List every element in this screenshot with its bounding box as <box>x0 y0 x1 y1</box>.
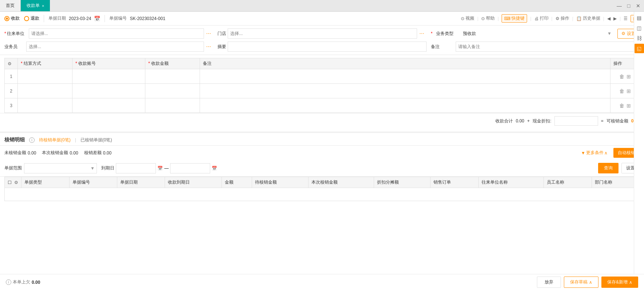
copy-row-1-btn[interactable]: ⊞ <box>627 74 631 79</box>
range-select[interactable] <box>24 163 97 173</box>
header-dept-name: 部门名称 <box>592 177 639 188</box>
calendar-icon[interactable]: 📅 <box>94 16 100 21</box>
biz-value: 预收款 <box>461 31 478 37</box>
account-cell-2[interactable] <box>72 84 145 98</box>
store-more-btn[interactable]: ··· <box>417 30 426 37</box>
window-maximize-btn[interactable]: □ <box>624 1 633 10</box>
tab-home-label: 首页 <box>6 3 15 9</box>
party-input[interactable] <box>29 28 204 39</box>
abandon-button[interactable]: 放弃 <box>537 277 561 288</box>
settlement-cell-1[interactable] <box>18 69 72 84</box>
calendar-from-icon[interactable]: 📅 <box>157 166 163 171</box>
chevron-up-icon: ∧ <box>604 150 608 156</box>
notes-input[interactable] <box>456 42 640 52</box>
biz-label: 业务类型 <box>436 31 458 37</box>
tab-receipt[interactable]: 收款单 × <box>21 0 50 11</box>
writeoff-title: 核销明细 <box>4 137 25 143</box>
bottom-table-settings-icon[interactable]: ⚙ <box>14 180 18 185</box>
query-button[interactable]: 查询 <box>598 163 619 173</box>
writeoff-info-icon[interactable]: i <box>29 137 35 143</box>
list-view-btn[interactable]: ☰ <box>624 16 628 21</box>
date-range-separator: — <box>164 166 169 171</box>
video-action[interactable]: ⊙ 视频 <box>461 15 474 21</box>
table-row: 2 🗑 ⊞ <box>5 84 640 98</box>
print-icon: 🖨 <box>534 16 539 21</box>
delete-row-2-btn[interactable]: 🗑 <box>619 88 624 94</box>
header-pending: 待核销金额 <box>252 177 309 188</box>
store-label: 门店 <box>217 31 228 37</box>
party-label: 往来单位 <box>7 31 29 37</box>
store-input[interactable] <box>228 28 417 39</box>
save-new-button[interactable]: 保存&新增 ∧ <box>601 277 638 288</box>
sidebar-doc-icon[interactable]: ◫ <box>635 23 644 33</box>
copy-row-2-btn[interactable]: ⊞ <box>627 88 631 94</box>
current-value: 0.00 <box>70 150 78 156</box>
summary-input[interactable] <box>228 42 426 52</box>
row-num-1: 1 <box>5 69 18 84</box>
table-gear-header[interactable]: ⚙ <box>5 58 18 69</box>
print-action[interactable]: 🖨 打印 <box>534 15 549 21</box>
unchecked-label: 未核销金额 <box>4 150 26 156</box>
copy-row-3-btn[interactable]: ⊞ <box>627 103 631 109</box>
next-record-btn[interactable]: ▶ <box>613 16 617 21</box>
draft-button[interactable]: 保存草稿 ∧ <box>564 277 598 288</box>
help-action[interactable]: ⊙ 帮助 <box>481 15 495 21</box>
table-settings-icon[interactable]: ⚙ <box>8 61 12 66</box>
notes-cell-1[interactable] <box>200 69 610 84</box>
window-minimize-btn[interactable]: — <box>615 1 624 10</box>
header-amount: 金额 <box>221 177 252 188</box>
radio-refund-dot <box>24 16 29 21</box>
checkbox-all[interactable]: ☐ <box>8 180 12 185</box>
delete-row-1-btn[interactable]: 🗑 <box>619 74 624 79</box>
staff-more-btn[interactable]: ··· <box>204 43 213 50</box>
draft-arrow-icon: ∧ <box>589 280 592 285</box>
discount-input[interactable] <box>554 116 598 126</box>
pending-tab[interactable]: 待核销单据(0笔) <box>39 137 71 143</box>
header-discount: 折扣分摊额 <box>374 177 431 188</box>
radio-receipt[interactable]: 收款 <box>4 15 20 21</box>
calendar-to-icon[interactable]: 📅 <box>212 166 217 171</box>
delete-row-3-btn[interactable]: 🗑 <box>619 103 624 109</box>
window-close-btn[interactable]: ✕ <box>634 1 643 10</box>
operations-icon: ⚙ <box>555 16 559 21</box>
tab-separator: | <box>75 137 76 142</box>
prev-record-btn[interactable]: ◀ <box>607 16 610 21</box>
party-required: * <box>4 31 6 36</box>
writeoff-table: ☐ ⚙ 单据类型 单据编号 单据日期 收款到期日 金额 待核销金额 本次核销金额… <box>4 177 640 201</box>
shortcut-action[interactable]: ⌨ 快捷键 <box>502 14 527 23</box>
date-to-input[interactable]: 2022-04-12 <box>170 163 210 173</box>
footer-info-icon[interactable]: i <box>6 279 11 285</box>
tab-receipt-label: 收款单 <box>27 3 40 9</box>
sidebar-table-icon[interactable]: ▤ <box>635 13 644 23</box>
row-num-3: 3 <box>5 98 18 113</box>
amount-cell-3[interactable] <box>145 98 200 113</box>
filter-icon: ▼ <box>581 150 585 156</box>
header-amount: * 收款金额 <box>145 58 200 69</box>
notes-cell-3[interactable] <box>200 98 610 113</box>
current-label: 本次核销金额 <box>42 150 68 156</box>
more-conditions-btn[interactable]: ▼ 更多条件 ∧ <box>581 150 608 156</box>
sidebar-expand-icon[interactable]: ◱ <box>635 44 644 53</box>
tab-home[interactable]: 首页 <box>0 0 21 11</box>
settlement-cell-3[interactable] <box>18 98 72 113</box>
right-sidebar: ▤ ◫ ⛓ ◱ <box>634 12 644 274</box>
notes-cell-2[interactable] <box>200 84 610 98</box>
history-action[interactable]: 📋 历史单据 <box>576 15 600 21</box>
tab-close-icon[interactable]: × <box>42 4 44 8</box>
date-from-input[interactable]: 2022-04-01 <box>116 163 156 173</box>
account-cell-3[interactable] <box>72 98 145 113</box>
amount-cell-2[interactable] <box>145 84 200 98</box>
sidebar-link-icon[interactable]: ⛓ <box>635 34 644 43</box>
bottom-gear-header[interactable]: ☐ ⚙ <box>5 177 21 188</box>
discount-label: 现金折扣: <box>533 118 551 124</box>
settlement-cell-2[interactable] <box>18 84 72 98</box>
amount-cell-1[interactable] <box>145 69 200 84</box>
party-more-btn[interactable]: ··· <box>204 30 213 37</box>
done-tab[interactable]: 已核销单据(0笔) <box>80 137 112 143</box>
biz-required: * <box>431 31 433 36</box>
account-cell-1[interactable] <box>72 69 145 84</box>
total-value: 0.00 <box>516 118 524 124</box>
operations-action[interactable]: ⚙ 操作 <box>555 15 569 21</box>
staff-input[interactable] <box>26 42 204 52</box>
radio-refund[interactable]: 退款 <box>24 15 39 21</box>
